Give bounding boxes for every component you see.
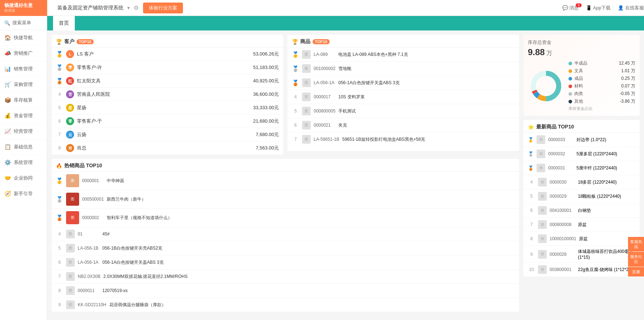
newest-name-2: 5厘多层 (1220*2440) [576, 151, 635, 157]
sidebar-label-home: 快捷导航 [14, 34, 33, 41]
legend-dot-1 [568, 62, 572, 65]
legend-label-5: 肉类 [574, 91, 617, 97]
sale-trophy-bronze: 🥉 [292, 79, 299, 86]
top-sale-badge: TOP10 [313, 39, 330, 44]
sale-rank-6: 6 [292, 123, 299, 128]
search-icon: 🔍 [4, 20, 10, 26]
legend-item-5: 肉类 -0.05 万 [568, 91, 635, 97]
marketing-icon: 📣 [4, 50, 11, 57]
newest-name-9: 体城嘉枝味苏打饮品400毫升 (1*15) [578, 249, 635, 260]
cooperation-icon: 🤝 [4, 175, 11, 181]
newest-icon-8: 图 [538, 234, 547, 243]
online-service-btn[interactable]: 👤 在线客服 [618, 5, 644, 11]
legend-item-4: 材料 0.07 万 [568, 83, 635, 89]
rank-num-7: 7 [56, 132, 63, 137]
float-btn-service[interactable]: 客服热线 [628, 237, 644, 252]
messages-btn[interactable]: 💬 消息 6 [562, 5, 579, 11]
inventory-title: 库存总资金 [528, 39, 635, 46]
sidebar-item-marketing[interactable]: 📣 营销推广 [0, 46, 47, 61]
float-btn-community[interactable]: 服务社区 [628, 252, 644, 267]
legend-label-2: 文具 [574, 68, 619, 74]
trophy-icon: 🏆 [56, 39, 62, 45]
legend-label-6: 其他 [574, 98, 617, 104]
sidebar-item-base-info[interactable]: 📋 基础信息 [0, 139, 47, 155]
top-customers-badge: TOP10 [77, 39, 94, 44]
top-customers-label: 客户 [64, 38, 74, 45]
system-icon: ⚙️ [4, 159, 11, 166]
newest-row-7: 7 图 000800008 原盆 [523, 218, 640, 232]
newest-name-4: 18多层 (1220*2440) [578, 179, 635, 185]
sidebar-item-system[interactable]: ⚙️ 系统管理 [0, 155, 47, 171]
newest-rank-6: 6 [528, 208, 535, 213]
newest-row-2: 🥈 图 0000032 5厘多层 (1220*2440) [523, 147, 640, 161]
sidebar-item-sales[interactable]: 📊 销售管理 [0, 61, 47, 77]
sidebar-item-inventory[interactable]: 📦 库存核算 [0, 93, 47, 108]
legend-value-6: -3.86 万 [620, 98, 635, 104]
top-sale-label: 商品 [300, 38, 310, 45]
sale-rank-4: 4 [292, 94, 299, 99]
sidebar-item-guide[interactable]: 🧭 新手引导 [0, 186, 47, 202]
newest-row-9: 9 图 0000028 体城嘉枝味苏打饮品400毫升 (1*15) [523, 246, 640, 263]
hot-product-code-9: KK-SD22110H [78, 302, 106, 307]
legend-item-2: 文具 1.01 万 [568, 68, 635, 74]
newest-label: 最新商品 TOP10 [536, 124, 574, 130]
sale-product-icon-7: 图 [302, 135, 311, 144]
sidebar-label-system: 系统管理 [14, 159, 33, 166]
sale-product-name-4: 10S 变料罗浆 [338, 94, 515, 100]
newest-code-1: 0000033 [548, 137, 574, 142]
legend-label-4: 材料 [574, 83, 619, 89]
newest-icon-3: 图 [537, 164, 545, 172]
newest-name-5: 18颗粒板 (1220*2440) [578, 193, 635, 200]
top-sale-products-title: 🏆 商品 TOP10 [288, 35, 519, 48]
hot-product-row-5: 5 图 LA-056-1B 056-1B白色按键开关壳ABS2克 [52, 241, 519, 255]
customer-amount-2: 51,183.00元 [253, 64, 279, 71]
sale-product-name-3: 056-1A白色按键开关盖ABS 3克 [338, 80, 515, 86]
customer-amount-8: 7,563.00元 [256, 145, 279, 151]
hot-products-title: 🔥 热销商品 TOP10 [52, 159, 519, 172]
customer-amount-7: 7,680.00元 [256, 131, 279, 138]
dropdown-icon[interactable]: ▼ [126, 5, 131, 11]
inventory-icon: 📦 [4, 97, 11, 103]
newest-code-9: 0000028 [550, 252, 575, 257]
newest-row-5: 5 图 0000029 18颗粒板 (1220*2440) [523, 189, 640, 204]
customer-name-5: 星扬 [77, 104, 250, 111]
sale-product-name-7: 59651-1B旋转投影灯电池盒ABS黑色+58克 [342, 136, 515, 143]
floating-service: 客服热线 服务社区 直播 [628, 237, 644, 276]
sidebar-item-cooperation[interactable]: 🤝 企业协同 [0, 171, 47, 186]
float-btn-live[interactable]: 直播 [628, 267, 644, 276]
nav-home[interactable]: 首页 [53, 16, 75, 30]
hot-product-thumb-3: 图 [66, 211, 79, 224]
newest-icon-6: 图 [538, 206, 547, 215]
trial-button[interactable]: 体验行业方案 [143, 3, 183, 13]
search-menu[interactable]: 🔍 搜索菜单 [0, 16, 47, 30]
legend-dot-4 [568, 85, 572, 88]
content-nav: 首页 [47, 16, 644, 30]
settings-icon[interactable]: ⚙ [134, 4, 139, 11]
logo: 畅捷通好生意 标准版 [0, 0, 47, 16]
newest-trophy-3: 🥉 [528, 165, 534, 171]
rank-num-6: 6 [56, 119, 63, 124]
sale-product-code-1: LA-089 [314, 52, 335, 57]
customer-row-5: 5 星 星扬 33,333.00元 [52, 101, 283, 115]
hot-product-icon-6: 图 [66, 258, 75, 267]
customer-badge-5: 星 [66, 104, 74, 112]
hot-product-row-1: 🥇 图 0000001 中华神器 [52, 172, 519, 190]
purchase-icon: 🛒 [4, 81, 11, 88]
hot-product-code-5: LA-056-1B [78, 246, 99, 251]
sale-product-code-5: 000800005 [314, 108, 335, 114]
sidebar-label-guide: 新手引导 [14, 190, 33, 197]
sidebar-item-home[interactable]: 🏠 快捷导航 [0, 30, 47, 46]
app-download-btn[interactable]: 📱 App下载 [586, 5, 611, 11]
customer-badge-8: 肖 [66, 144, 74, 152]
legend-dot-2 [568, 69, 572, 73]
customer-name-4: 苦南县人民医院 [77, 91, 250, 98]
sidebar-item-purchase[interactable]: 🛒 采购管理 [0, 77, 47, 93]
sidebar-item-finance[interactable]: 💰 资金管理 [0, 108, 47, 124]
rank-num-4: 4 [56, 92, 63, 97]
customer-row-3: 🥉 红 红太阳文具 40,925.00元 [52, 74, 283, 88]
home-icon: 🏠 [4, 34, 11, 41]
newest-name-3: 5厘中纤 (1220*2440) [576, 165, 635, 171]
customer-name-7: 云扬 [77, 131, 253, 138]
sidebar-item-operations[interactable]: 📈 经营管理 [0, 124, 47, 139]
base-info-icon: 📋 [4, 144, 11, 150]
